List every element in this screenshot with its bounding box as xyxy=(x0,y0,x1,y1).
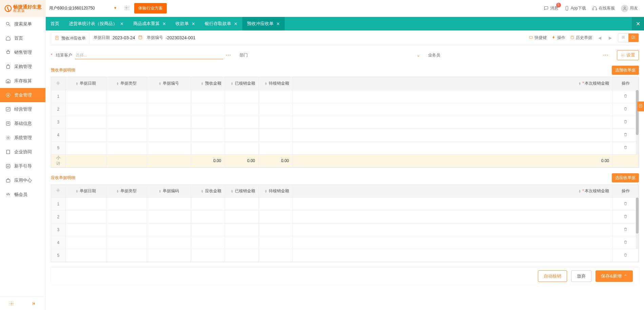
table-row[interactable]: 4 xyxy=(51,129,639,141)
close-all-tabs-button[interactable]: ✕ xyxy=(632,17,644,30)
select-prepay-button[interactable]: 选预收单据 xyxy=(612,66,639,75)
brand-sub: 精易版 xyxy=(13,9,42,13)
close-icon[interactable]: ✕ xyxy=(162,21,166,26)
table-scrollbar[interactable] xyxy=(636,198,639,249)
table-row[interactable]: 2 xyxy=(51,103,639,116)
close-icon[interactable]: ✕ xyxy=(276,21,280,26)
sidebar-item-home[interactable]: 首页 xyxy=(0,31,45,45)
customer-more-button[interactable]: ··· xyxy=(226,53,232,58)
col-pending[interactable]: ▲▼待核销金额 xyxy=(259,185,293,198)
doc-date-value[interactable]: 2023-03-24 xyxy=(113,35,135,40)
prev-doc-button[interactable]: ◀ xyxy=(597,36,603,40)
col-this-time[interactable]: ▲▼*本次核销金额 xyxy=(293,185,613,198)
delete-row-button[interactable] xyxy=(613,141,639,154)
col-code[interactable]: ▲▼单据编码 xyxy=(147,185,191,198)
col-this-time[interactable]: ▲▼*本次核销金额 xyxy=(293,77,613,90)
right-dock-button[interactable] xyxy=(637,102,644,111)
salesman-input[interactable] xyxy=(443,51,601,59)
user-menu[interactable]: 用友 xyxy=(621,5,638,12)
table-settings-icon[interactable] xyxy=(56,189,60,194)
view-list-button[interactable] xyxy=(618,34,628,42)
col-date[interactable]: ▲▼单据日期 xyxy=(65,185,106,198)
sidebar-collapse-button[interactable] xyxy=(23,297,45,310)
tenant-select[interactable]: 用户690企业1660120750 ▼ xyxy=(49,5,117,11)
col-type[interactable]: ▲▼单据类型 xyxy=(106,185,147,198)
col-pending[interactable]: ▲▼待核销金额 xyxy=(259,77,293,90)
sort-icon: ▲▼ xyxy=(231,190,234,193)
customer-input[interactable] xyxy=(75,51,223,59)
brand-logo[interactable]: 畅捷通好生意 精易版 xyxy=(0,0,46,17)
app-download-link[interactable]: App下载 xyxy=(564,5,586,11)
delete-row-button[interactable] xyxy=(613,211,639,223)
sidebar-item-purchase[interactable]: 采购管理 xyxy=(0,60,45,74)
col-date[interactable]: ▲▼单据日期 xyxy=(65,77,106,90)
form-settings-button[interactable]: 设置 xyxy=(617,50,639,60)
sidebar-item-member[interactable]: 畅会员 xyxy=(0,187,45,202)
tab-cost-recalc[interactable]: 商品成本重算 ✕ xyxy=(128,17,171,30)
col-type[interactable]: ▲▼单据类型 xyxy=(106,77,147,90)
table-row[interactable]: 1 xyxy=(51,198,639,211)
delete-row-button[interactable] xyxy=(613,129,639,141)
calendar-icon[interactable] xyxy=(138,35,143,41)
auto-verify-button[interactable]: 自动核销 xyxy=(538,270,567,282)
delete-row-button[interactable] xyxy=(613,90,639,103)
tab-receipt[interactable]: 收款单 ✕ xyxy=(171,17,200,30)
sidebar-item-sales[interactable]: 销售管理 xyxy=(0,45,45,60)
chevron-down-icon[interactable]: ⌄ xyxy=(417,53,420,58)
col-verified[interactable]: ▲▼已核销金额 xyxy=(225,77,259,90)
table-row[interactable]: 2 xyxy=(51,211,639,223)
table-row[interactable]: 5 xyxy=(51,249,639,262)
tab-bank-transfer[interactable]: 银行存取款单 ✕ xyxy=(200,17,242,30)
save-label: 保存&新增 xyxy=(601,273,622,279)
sidebar-item-guide[interactable]: 新手引导 xyxy=(0,159,45,173)
sidebar-item-system[interactable]: 系统管理 xyxy=(0,131,45,145)
operate-link[interactable]: 操作 xyxy=(551,35,565,41)
next-doc-button[interactable]: ▶ xyxy=(607,36,613,40)
delete-row-button[interactable] xyxy=(613,236,639,249)
sidebar-item-basic-info[interactable]: 基础信息 xyxy=(0,116,45,131)
close-icon[interactable]: ✕ xyxy=(234,21,238,26)
salesman-more-button[interactable]: ··· xyxy=(603,53,609,58)
messages-link[interactable]: 消息 5 xyxy=(544,5,558,11)
view-form-button[interactable] xyxy=(628,34,639,42)
delete-row-button[interactable] xyxy=(613,103,639,116)
close-icon[interactable]: ✕ xyxy=(192,21,195,26)
tab-home[interactable]: 首页 xyxy=(46,17,64,30)
table-scrollbar[interactable] xyxy=(636,90,639,155)
table-settings-icon[interactable] xyxy=(56,82,60,86)
sidebar-item-operations[interactable]: 经营管理 xyxy=(0,102,45,116)
support-link[interactable]: 在线客服 xyxy=(592,5,615,11)
sidebar-settings-button[interactable] xyxy=(0,297,23,310)
delete-row-button[interactable] xyxy=(613,116,639,129)
sidebar-item-finance[interactable]: 资金管理 xyxy=(0,88,45,102)
table-row[interactable]: 4 xyxy=(51,236,639,249)
trial-industry-button[interactable]: 体验行业方案 xyxy=(134,3,167,14)
table-row[interactable]: 1 xyxy=(51,90,639,103)
discard-button[interactable]: 放弃 xyxy=(571,270,591,282)
tab-prepay-offset[interactable]: 预收冲应收单 ✕ xyxy=(242,17,285,30)
table-row[interactable]: 3 xyxy=(51,116,639,129)
sidebar-label: 畅会员 xyxy=(14,192,27,198)
dept-input[interactable] xyxy=(250,51,414,59)
shortcut-link[interactable]: 快捷键 xyxy=(529,35,547,41)
tenant-settings-icon[interactable] xyxy=(124,5,129,12)
save-and-new-button[interactable]: 保存&新增 ⌃ xyxy=(596,270,633,282)
delete-row-button[interactable] xyxy=(613,198,639,211)
tab-purchase-stats[interactable]: 进货单统计表（按商品） ✕ xyxy=(64,17,128,30)
delete-row-button[interactable] xyxy=(613,223,639,236)
col-code[interactable]: ▲▼单据编号 xyxy=(147,77,191,90)
sidebar-item-collab[interactable]: 企业协同 xyxy=(0,145,45,159)
table-row[interactable]: 5 xyxy=(51,141,639,154)
sidebar-item-apps[interactable]: 应用中心 xyxy=(0,173,45,187)
col-amount[interactable]: ▲▼应收金额 xyxy=(191,185,225,198)
close-icon[interactable]: ✕ xyxy=(120,21,124,26)
select-receivable-button[interactable]: 选应收单据 xyxy=(612,173,639,182)
col-amount[interactable]: ▲▼预收金额 xyxy=(191,77,225,90)
table-row[interactable]: 3 xyxy=(51,223,639,236)
history-link[interactable]: 历史单据 xyxy=(570,35,592,41)
sidebar-item-search[interactable]: 搜索菜单 xyxy=(0,17,45,31)
col-verified[interactable]: ▲▼已核销金额 xyxy=(225,185,259,198)
svg-rect-21 xyxy=(6,164,10,168)
delete-row-button[interactable] xyxy=(613,249,639,262)
sidebar-item-inventory[interactable]: 库存核算 xyxy=(0,74,45,88)
